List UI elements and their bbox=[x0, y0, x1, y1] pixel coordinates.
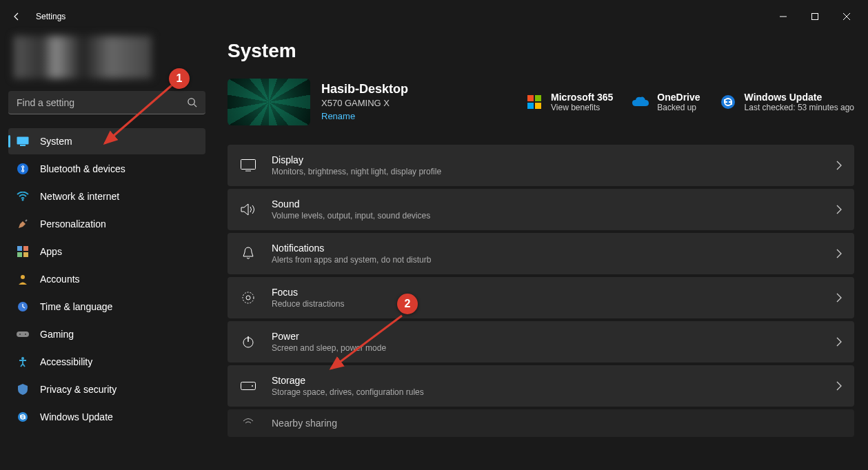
pill-title: Microsoft 365 bbox=[551, 92, 613, 103]
device-row: Hasib-Desktop X570 GAMING X Rename Micro… bbox=[228, 79, 854, 125]
nav-apps[interactable]: Apps bbox=[8, 238, 205, 265]
setting-title: Storage bbox=[272, 375, 821, 386]
chevron-right-icon bbox=[836, 337, 842, 347]
svg-point-5 bbox=[22, 199, 24, 201]
setting-display[interactable]: Display Monitors, brightness, night ligh… bbox=[228, 145, 854, 186]
svg-rect-18 bbox=[535, 95, 541, 101]
nav-label: Accounts bbox=[40, 274, 80, 285]
svg-rect-9 bbox=[23, 252, 28, 257]
nav-label: Time & language bbox=[40, 301, 112, 312]
svg-rect-2 bbox=[17, 137, 29, 145]
svg-rect-8 bbox=[17, 252, 22, 257]
setting-title: Notifications bbox=[272, 243, 821, 254]
svg-rect-12 bbox=[17, 331, 29, 337]
setting-title: Power bbox=[272, 331, 821, 342]
nav-windows-update[interactable]: Windows Update bbox=[8, 404, 205, 430]
nav-label: Accessibility bbox=[40, 356, 92, 367]
power-icon bbox=[240, 334, 256, 350]
search-icon bbox=[187, 97, 197, 108]
maximize-button[interactable] bbox=[799, 6, 831, 28]
nav-label: Personalization bbox=[40, 218, 106, 229]
nav-privacy[interactable]: Privacy & security bbox=[8, 376, 205, 402]
gamepad-icon bbox=[17, 328, 29, 340]
svg-rect-26 bbox=[241, 382, 256, 390]
window-controls bbox=[767, 6, 862, 28]
annotation-badge-2: 2 bbox=[397, 294, 418, 314]
pill-sub: Last checked: 53 minutes ago bbox=[745, 103, 854, 112]
setting-sub: Alerts from apps and system, do not dist… bbox=[272, 255, 821, 265]
svg-point-21 bbox=[721, 95, 735, 109]
nav-label: Bluetooth & devices bbox=[40, 163, 125, 174]
svg-point-24 bbox=[246, 296, 250, 300]
setting-power[interactable]: Power Screen and sleep, power mode bbox=[228, 321, 854, 362]
bluetooth-icon bbox=[17, 163, 29, 175]
search-box[interactable] bbox=[8, 91, 205, 114]
nav-time-language[interactable]: Time & language bbox=[8, 294, 205, 320]
nav-label: Windows Update bbox=[40, 411, 113, 422]
nav-network[interactable]: Network & internet bbox=[8, 183, 205, 210]
setting-notifications[interactable]: Notifications Alerts from apps and syste… bbox=[228, 233, 854, 274]
storage-icon bbox=[240, 378, 256, 394]
nearby-icon bbox=[240, 415, 256, 431]
pill-sub: View benefits bbox=[551, 103, 613, 112]
nav-label: Network & internet bbox=[40, 191, 119, 202]
chevron-right-icon bbox=[836, 249, 842, 258]
setting-sub: Reduce distractions bbox=[272, 299, 821, 309]
device-model: X570 GAMING X bbox=[321, 98, 408, 108]
windows-update-icon bbox=[720, 94, 736, 110]
nav-bluetooth[interactable]: Bluetooth & devices bbox=[8, 156, 205, 182]
nav-accessibility[interactable]: Accessibility bbox=[8, 349, 205, 375]
window-title: Settings bbox=[36, 12, 65, 21]
chevron-right-icon bbox=[836, 161, 842, 170]
microsoft-365-pill[interactable]: Microsoft 365 View benefits bbox=[526, 92, 613, 112]
nav-system[interactable]: System bbox=[8, 128, 205, 154]
system-icon bbox=[17, 135, 29, 147]
back-button[interactable] bbox=[6, 6, 28, 28]
annotation-badge-1: 1 bbox=[169, 68, 190, 89]
svg-point-14 bbox=[25, 334, 26, 335]
nav-personalization[interactable]: Personalization bbox=[8, 211, 205, 237]
device-info: Hasib-Desktop X570 GAMING X Rename bbox=[321, 82, 408, 122]
setting-sub: Monitors, brightness, night light, displ… bbox=[272, 167, 821, 176]
svg-rect-7 bbox=[23, 246, 28, 251]
svg-point-13 bbox=[19, 334, 21, 335]
chevron-right-icon bbox=[836, 381, 842, 391]
close-button[interactable] bbox=[831, 6, 862, 28]
nav-accounts[interactable]: Accounts bbox=[8, 266, 205, 292]
sound-icon bbox=[240, 201, 256, 218]
nav-label: System bbox=[40, 136, 72, 147]
focus-icon bbox=[240, 289, 256, 306]
chevron-right-icon bbox=[836, 205, 842, 214]
rename-link[interactable]: Rename bbox=[321, 111, 355, 121]
nav-label: Gaming bbox=[40, 329, 74, 340]
wifi-icon bbox=[17, 190, 29, 203]
onedrive-pill[interactable]: OneDrive Backed up bbox=[632, 92, 700, 112]
windows-update-pill[interactable]: Windows Update Last checked: 53 minutes … bbox=[720, 92, 854, 112]
device-thumbnail[interactable] bbox=[228, 79, 310, 125]
nav-label: Apps bbox=[40, 246, 62, 257]
shield-icon bbox=[17, 383, 29, 396]
pill-title: OneDrive bbox=[657, 92, 700, 103]
bell-icon bbox=[240, 245, 256, 262]
svg-rect-19 bbox=[527, 103, 534, 109]
setting-title: Display bbox=[272, 154, 821, 165]
search-input[interactable] bbox=[17, 97, 187, 108]
setting-sound[interactable]: Sound Volume levels, output, input, soun… bbox=[228, 189, 854, 230]
onedrive-icon bbox=[632, 94, 649, 110]
setting-nearby-sharing[interactable]: Nearby sharing bbox=[228, 409, 854, 437]
nav-gaming[interactable]: Gaming bbox=[8, 321, 205, 347]
page-title: System bbox=[228, 40, 854, 62]
setting-title: Nearby sharing bbox=[272, 418, 842, 429]
update-icon bbox=[17, 411, 29, 423]
minimize-button[interactable] bbox=[767, 6, 799, 28]
setting-sub: Volume levels, output, input, sound devi… bbox=[272, 211, 821, 221]
apps-icon bbox=[17, 245, 29, 258]
svg-point-1 bbox=[188, 99, 194, 105]
setting-storage[interactable]: Storage Storage space, drives, configura… bbox=[228, 365, 854, 407]
pill-title: Windows Update bbox=[745, 92, 854, 103]
device-name: Hasib-Desktop bbox=[321, 82, 408, 96]
setting-focus[interactable]: Focus Reduce distractions bbox=[228, 277, 854, 318]
svg-point-15 bbox=[21, 357, 24, 360]
status-pills: Microsoft 365 View benefits OneDrive Bac… bbox=[526, 92, 854, 112]
svg-rect-20 bbox=[535, 103, 541, 109]
